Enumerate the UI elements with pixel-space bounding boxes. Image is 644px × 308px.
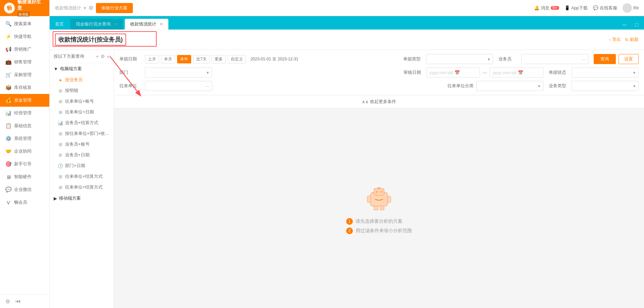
- trial-btn[interactable]: 体验行业方案: [96, 3, 133, 13]
- export-btn[interactable]: ↑ 导出: [609, 37, 621, 43]
- scheme-header-actions: + ⚙ «: [96, 54, 110, 59]
- tab-minimize-icon[interactable]: ─: [620, 20, 629, 30]
- tab-bank-close[interactable]: ✕: [114, 22, 117, 27]
- date-group: 上月 本月 本年 近7天 更多 自定义 2023-01-01 至 2023-12…: [145, 55, 298, 63]
- sidebar-item-purchase[interactable]: 🛒采购管理: [0, 68, 49, 81]
- data-area: 1 请先选择要分析的方案 2 用过滤条件来缩小分析范围: [114, 108, 644, 308]
- scheme-item-salesman-account[interactable]: ⊞ 业务员+账号: [50, 139, 114, 150]
- sidebar-item-search[interactable]: 🔍搜索菜单: [0, 17, 49, 30]
- date-label: 单据日期: [119, 56, 140, 62]
- sidebar-item-guide[interactable]: 🎯新手引导: [0, 158, 49, 170]
- scheme-pdc-icon: ⊞: [58, 131, 63, 136]
- scheme-item-partner-dept[interactable]: ⊞ 按往来单位+部门+收...: [50, 128, 114, 139]
- content-area: 收款情况统计(按业务员) ↑ 导出 ↻ 刷新 按以下方案查询 +: [50, 30, 644, 308]
- voucher-status-select[interactable]: ▾: [572, 67, 639, 78]
- date-this-month[interactable]: 本月: [161, 55, 175, 63]
- sidebar-item-wechat[interactable]: 💬企业微信: [0, 183, 49, 196]
- scheme-add-btn[interactable]: +: [96, 54, 99, 59]
- date-this-year[interactable]: 本年: [177, 55, 191, 63]
- date-more[interactable]: 更多: [212, 55, 226, 63]
- topbar-breadcrumb: 收款情况统计: [55, 5, 81, 11]
- date-custom[interactable]: 自定义: [228, 55, 246, 63]
- sidebar-item-sales[interactable]: 💼销售管理: [0, 56, 49, 68]
- business-type-group: 业务类型 ▾: [549, 81, 639, 91]
- sidebar-item-marketing[interactable]: 📢营销推广: [0, 43, 49, 56]
- scheme-item-dept-date[interactable]: 🕐 部门+日期: [50, 160, 114, 171]
- calendar-from-icon[interactable]: 📅: [454, 70, 460, 75]
- tabbar: 首页 现金银行流水查询 ✕ 收款情况统计 ✕ ─ □: [50, 16, 644, 30]
- scheme-collapse-btn[interactable]: «: [107, 54, 110, 59]
- scheme-sd-icon: ⚙: [58, 153, 63, 158]
- refresh-btn[interactable]: ↻ 刷新: [625, 37, 639, 43]
- sidebar-item-inventory[interactable]: 📦库存核算: [0, 81, 49, 94]
- sidebar-item-member[interactable]: V畅会员: [0, 196, 49, 209]
- filter-area: 单据日期 上月 本月 本年 近7天 更多 自定义 2023-01-01 至 20: [114, 50, 644, 95]
- scheme-settings-btn[interactable]: ⚙: [101, 54, 105, 59]
- tab-home[interactable]: 首页: [50, 19, 69, 30]
- review-date-from-input[interactable]: yyyy-mm-dd 📅: [426, 67, 480, 78]
- filter-actions: 查询 设置: [594, 54, 639, 64]
- partner-category-select[interactable]: ▾: [476, 81, 543, 91]
- export-icon: ↑: [609, 37, 611, 42]
- sidebar-settings-icon[interactable]: ⚙: [5, 298, 10, 305]
- scheme-sa-icon: ⊞: [58, 142, 63, 147]
- partner-more-icon[interactable]: ···: [205, 84, 209, 89]
- scheme-active-icon: ●: [58, 78, 63, 83]
- settings-btn[interactable]: 设置: [619, 54, 639, 64]
- topbar-gear-icon[interactable]: ⚙: [89, 5, 93, 11]
- sidebar-item-quicknav[interactable]: ⚡快捷导航: [0, 30, 49, 43]
- partner-select[interactable]: ···: [145, 81, 212, 91]
- scheme-pd-icon: ⊞: [58, 110, 63, 115]
- collapse-bar[interactable]: ∧∧ 收起更多条件: [114, 95, 644, 108]
- scheme-item-by-salesman[interactable]: ● 按业务员: [50, 74, 114, 85]
- scheme-item-salesman-date[interactable]: ⚙ 业务员+日期: [50, 150, 114, 160]
- tab-maximize-icon[interactable]: □: [632, 20, 641, 30]
- sidebar-item-finance[interactable]: 💰资金管理: [0, 94, 49, 107]
- scheme-item-partner-settle1[interactable]: ⊞ 往来单位+结算方式: [50, 171, 114, 182]
- messages-badge: 99+: [551, 6, 559, 10]
- salesman-more-icon[interactable]: ···: [582, 57, 585, 62]
- messages-btn[interactable]: 🔔 消息 99+: [534, 5, 559, 11]
- scheme-ss-icon: 📊: [58, 120, 63, 125]
- scheme-item-salesman-settle[interactable]: 📊 业务员+结算方式: [50, 117, 114, 128]
- partner-label: 往来单位: [119, 83, 140, 89]
- scheme-group-desktop-label: 电脑端方案: [60, 66, 82, 72]
- wechat-icon: 💬: [5, 187, 11, 193]
- scheme-item-partner-settle2[interactable]: ⊞ 往来单位+结算方式: [50, 182, 114, 193]
- scheme-detail-icon: ⊞: [58, 88, 63, 93]
- online-service-btn[interactable]: 💬 在线客服: [593, 5, 617, 11]
- tab-receipts[interactable]: 收款情况统计 ✕: [125, 19, 168, 30]
- hardware-icon: 🖥: [5, 174, 11, 180]
- tab-bank[interactable]: 现金银行流水查询 ✕: [70, 19, 123, 30]
- partner-category-label: 往来单位分类: [447, 83, 474, 89]
- app-download-btn[interactable]: 📱 App下载: [565, 5, 588, 11]
- member-icon: V: [5, 200, 11, 205]
- dept-select[interactable]: ▾: [145, 67, 212, 78]
- sidebar-collapse-icon[interactable]: ⏮: [15, 298, 21, 305]
- scheme-group-mobile[interactable]: ▶ 移动端方案: [50, 193, 114, 204]
- query-btn[interactable]: 查询: [594, 54, 616, 64]
- sidebar-item-hardware[interactable]: 🖥智能硬件: [0, 170, 49, 183]
- sidebar-item-basic[interactable]: 📋基础信息: [0, 119, 49, 132]
- scheme-group-desktop[interactable]: ▼ 电脑端方案: [50, 63, 114, 74]
- scheme-item-by-detail[interactable]: ⊞ 按明细: [50, 85, 114, 96]
- voucher-type-select[interactable]: ▾: [426, 54, 493, 64]
- sidebar-item-system[interactable]: ⚙️系统管理: [0, 132, 49, 145]
- group-arrow-icon: ▼: [54, 66, 58, 71]
- salesman-select[interactable]: ···: [521, 54, 588, 64]
- user-profile[interactable]: Rit: [623, 3, 639, 13]
- sidebar-item-enterprise[interactable]: 🤝企业协同: [0, 145, 49, 158]
- review-date-to-input[interactable]: yyyy-mm-dd 📅: [490, 67, 543, 78]
- marketing-icon: 📢: [5, 46, 11, 52]
- scheme-item-partner-account[interactable]: ⊞ 往来单位+账号: [50, 96, 114, 107]
- calendar-to-icon[interactable]: 📅: [518, 70, 523, 75]
- business-type-select[interactable]: ▾: [572, 81, 639, 91]
- date-last-month[interactable]: 上月: [145, 55, 159, 63]
- date-last7[interactable]: 近7天: [193, 55, 210, 63]
- sidebar-item-operation[interactable]: 📊经营管理: [0, 107, 49, 119]
- operation-icon: 📊: [5, 110, 11, 116]
- scheme-item-partner-date[interactable]: ⊞ 往来单位+日期: [50, 107, 114, 117]
- tab-receipts-close[interactable]: ✕: [160, 22, 163, 27]
- page-header: 收款情况统计(按业务员) ↑ 导出 ↻ 刷新: [50, 30, 644, 50]
- partner-category-chevron-icon: ▾: [538, 84, 540, 89]
